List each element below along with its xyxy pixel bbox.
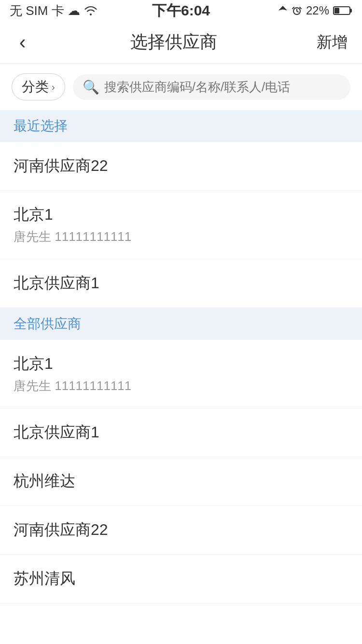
nav-bar: ‹ 选择供应商 新增	[0, 21, 362, 64]
item-name: 北京1	[14, 204, 348, 225]
item-sub: 唐先生 11111111111	[14, 378, 348, 394]
list-item[interactable]: 河南供应商22	[0, 142, 362, 191]
filter-bar: 分类 › 🔍	[0, 64, 362, 110]
category-label: 分类	[22, 78, 49, 96]
alarm-icon	[292, 5, 302, 16]
sim-status: 无 SIM 卡 ☁	[10, 2, 80, 19]
list-item[interactable]: 苏州清风	[0, 555, 362, 603]
battery-icon	[333, 5, 352, 16]
add-button[interactable]: 新增	[317, 32, 348, 53]
chevron-right-icon: ›	[52, 82, 55, 93]
item-sub: 唐先生 11111111111	[14, 228, 348, 245]
page-title: 选择供应商	[130, 30, 217, 54]
battery-level: 22%	[306, 4, 329, 17]
status-left: 无 SIM 卡 ☁	[10, 2, 97, 19]
item-name: 河南供应商22	[14, 519, 348, 541]
category-filter-button[interactable]: 分类 ›	[12, 73, 65, 100]
list-item[interactable]: 北京供应商1	[0, 408, 362, 457]
item-name: 河南供应商22	[14, 155, 348, 177]
svg-rect-4	[334, 8, 339, 14]
item-name: 北京供应商1	[14, 273, 348, 294]
wifi-icon	[84, 5, 97, 16]
status-time: 下午6:04	[152, 1, 210, 21]
recent-section-header: 最近选择	[0, 110, 362, 142]
list-item[interactable]: 杭州维达	[0, 457, 362, 506]
list-item[interactable]: 北京1 唐先生 11111111111	[0, 191, 362, 259]
all-section-header: 全部供应商	[0, 308, 362, 340]
back-button[interactable]: ‹	[14, 27, 30, 58]
search-box: 🔍	[73, 74, 350, 100]
svg-rect-5	[350, 9, 352, 13]
location-icon	[278, 5, 288, 16]
list-item[interactable]: 河南供应商22	[0, 506, 362, 555]
status-bar: 无 SIM 卡 ☁ 下午6:04 22%	[0, 0, 362, 21]
svg-line-2	[297, 11, 298, 12]
item-name: 北京供应商1	[14, 422, 348, 443]
item-name: 杭州维达	[14, 471, 348, 492]
list-item[interactable]: 北京供应商1	[0, 259, 362, 308]
recent-list: 河南供应商22 北京1 唐先生 11111111111 北京供应商1	[0, 142, 362, 308]
search-icon: 🔍	[83, 79, 99, 95]
search-input[interactable]	[104, 80, 341, 95]
list-item[interactable]: 北京1 唐先生 11111111111	[0, 340, 362, 408]
item-name: 北京1	[14, 353, 348, 375]
status-right: 22%	[278, 4, 352, 17]
item-name: 苏州清风	[14, 568, 348, 589]
all-list: 北京1 唐先生 11111111111 北京供应商1杭州维达河南供应商22苏州清…	[0, 340, 362, 603]
